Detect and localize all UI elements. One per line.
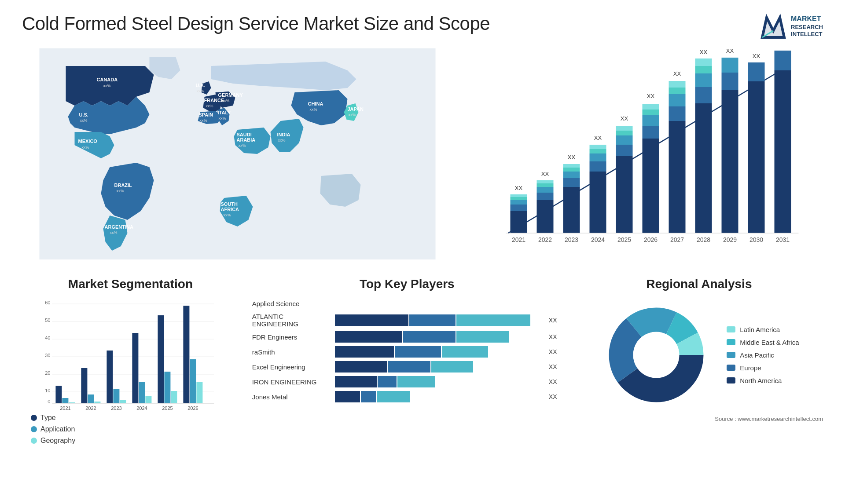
svg-rect-73 bbox=[722, 58, 738, 73]
bottom-section: Market Segmentation 60 50 40 30 20 10 0 bbox=[22, 277, 823, 448]
map-india-label: INDIA bbox=[277, 132, 290, 137]
svg-rect-66 bbox=[695, 87, 712, 103]
legend-latin-america: Latin America bbox=[727, 326, 799, 333]
bar-dark bbox=[335, 331, 402, 343]
bar-mid bbox=[409, 314, 456, 326]
svg-rect-26 bbox=[511, 197, 527, 200]
svg-rect-23 bbox=[511, 211, 527, 233]
page: Cold Formed Steel Design Service Market … bbox=[0, 0, 845, 504]
legend-geography: Geography bbox=[31, 437, 239, 445]
svg-text:XX: XX bbox=[779, 48, 787, 50]
player-bars bbox=[335, 346, 545, 358]
svg-text:xx%: xx% bbox=[310, 107, 317, 112]
logo-icon bbox=[760, 13, 786, 40]
svg-text:2022: 2022 bbox=[85, 405, 96, 411]
donut-container: Latin America Middle East & Africa Asia … bbox=[575, 298, 823, 412]
segmentation-chart-svg: 60 50 40 30 20 10 0 bbox=[22, 298, 239, 412]
player-name: IRON ENGINEERING bbox=[252, 378, 331, 386]
svg-text:2025: 2025 bbox=[617, 236, 631, 243]
svg-rect-121 bbox=[171, 391, 177, 403]
svg-rect-116 bbox=[132, 333, 138, 403]
svg-rect-113 bbox=[107, 351, 113, 403]
svg-text:XX: XX bbox=[568, 154, 576, 161]
regional-title: Regional Analysis bbox=[575, 277, 823, 291]
svg-rect-43 bbox=[590, 153, 606, 161]
svg-rect-79 bbox=[775, 51, 791, 70]
svg-text:60: 60 bbox=[45, 300, 50, 305]
svg-text:XX: XX bbox=[726, 48, 734, 54]
svg-rect-78 bbox=[775, 70, 791, 233]
svg-text:xx%: xx% bbox=[239, 143, 246, 148]
bar-light bbox=[456, 331, 509, 343]
svg-rect-35 bbox=[563, 187, 580, 233]
legend-color bbox=[727, 326, 735, 332]
svg-rect-31 bbox=[537, 187, 554, 193]
svg-text:XX: XX bbox=[594, 135, 602, 141]
svg-text:XX: XX bbox=[673, 70, 681, 77]
svg-text:XX: XX bbox=[541, 171, 549, 177]
bar-dark bbox=[335, 361, 388, 373]
svg-text:50: 50 bbox=[45, 318, 50, 323]
svg-rect-71 bbox=[722, 90, 738, 233]
svg-text:2023: 2023 bbox=[111, 405, 121, 411]
player-jones: Jones Metal XX bbox=[252, 391, 562, 402]
player-iron: IRON ENGINEERING XX bbox=[252, 376, 562, 387]
svg-rect-48 bbox=[616, 145, 633, 156]
svg-rect-59 bbox=[669, 121, 686, 233]
svg-rect-57 bbox=[643, 104, 659, 110]
legend-color bbox=[727, 377, 735, 383]
svg-rect-30 bbox=[537, 193, 554, 200]
svg-rect-27 bbox=[511, 194, 527, 197]
legend-application: Application bbox=[31, 425, 239, 433]
world-map-svg: CANADA xx% U.S. xx% MEXICO xx% BRAZIL xx… bbox=[22, 48, 453, 259]
player-name: Excel Engineering bbox=[252, 363, 331, 371]
player-rasmith: raSmith XX bbox=[252, 346, 562, 358]
legend-color bbox=[727, 365, 735, 371]
player-name: Applied Science bbox=[252, 300, 331, 307]
player-name: raSmith bbox=[252, 348, 331, 356]
map-saudi-label: SAUDI bbox=[237, 132, 252, 137]
svg-text:XX: XX bbox=[621, 115, 628, 122]
svg-text:xx%: xx% bbox=[224, 213, 231, 217]
svg-rect-45 bbox=[590, 145, 606, 149]
svg-rect-25 bbox=[511, 200, 527, 205]
bar-chart-container: XX XX XX XX bbox=[470, 48, 823, 259]
svg-text:ARABIA: ARABIA bbox=[237, 137, 256, 142]
svg-rect-39 bbox=[563, 164, 580, 168]
top-section: CANADA xx% U.S. xx% MEXICO xx% BRAZIL xx… bbox=[22, 48, 823, 259]
svg-rect-107 bbox=[55, 386, 62, 403]
svg-text:XX: XX bbox=[753, 53, 760, 59]
svg-rect-118 bbox=[145, 396, 151, 403]
svg-rect-108 bbox=[62, 398, 68, 403]
map-germany-label: GERMANY bbox=[218, 92, 243, 98]
player-value: XX bbox=[549, 363, 562, 370]
svg-rect-65 bbox=[695, 103, 712, 233]
svg-rect-114 bbox=[113, 389, 119, 403]
svg-rect-47 bbox=[616, 156, 633, 233]
map-us-label: U.S. bbox=[79, 112, 88, 117]
player-value: XX bbox=[549, 378, 562, 385]
map-brazil-label: BRAZIL bbox=[114, 183, 132, 188]
svg-rect-36 bbox=[563, 178, 580, 187]
segmentation-title: Market Segmentation bbox=[22, 277, 239, 291]
svg-text:2027: 2027 bbox=[670, 236, 684, 243]
legend-mea: Middle East & Africa bbox=[727, 339, 799, 346]
svg-text:30: 30 bbox=[45, 353, 50, 358]
svg-text:20: 20 bbox=[45, 370, 50, 376]
svg-text:xx%: xx% bbox=[117, 189, 124, 193]
svg-rect-63 bbox=[669, 81, 686, 88]
svg-rect-54 bbox=[643, 126, 659, 139]
svg-rect-120 bbox=[164, 372, 170, 403]
svg-rect-68 bbox=[695, 66, 712, 73]
svg-rect-32 bbox=[537, 183, 554, 187]
svg-text:xx%: xx% bbox=[278, 138, 286, 142]
bar-light bbox=[442, 346, 488, 358]
svg-rect-76 bbox=[748, 62, 765, 81]
player-bars bbox=[335, 376, 545, 387]
key-players-area: Top Key Players Applied Science ATLANTIC… bbox=[252, 277, 562, 448]
svg-rect-112 bbox=[94, 402, 100, 403]
svg-rect-119 bbox=[158, 315, 164, 403]
svg-text:2029: 2029 bbox=[723, 236, 737, 243]
player-value: XX bbox=[549, 393, 562, 400]
svg-rect-110 bbox=[81, 368, 87, 403]
